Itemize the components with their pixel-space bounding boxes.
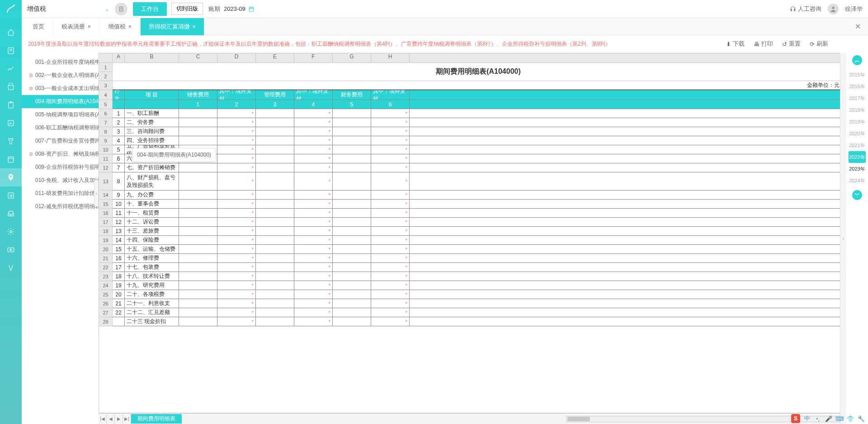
row-header-24[interactable]: 24 (99, 281, 113, 290)
nav-v-icon[interactable] (0, 259, 22, 277)
data-cell[interactable]: * (294, 308, 333, 317)
data-cell[interactable]: * (371, 245, 410, 253)
data-cell[interactable]: * (371, 209, 410, 217)
data-cell[interactable] (256, 163, 294, 172)
year-2019年[interactable]: 2019年 (849, 116, 866, 128)
row-header-9[interactable]: 9 (99, 136, 113, 145)
data-cell[interactable]: * (217, 163, 256, 172)
data-cell[interactable] (256, 127, 294, 136)
data-cell[interactable] (333, 245, 371, 253)
data-cell[interactable]: * (371, 263, 410, 272)
year-2023年[interactable]: 2023年 (849, 163, 866, 175)
data-cell[interactable]: * (294, 254, 333, 262)
ime-punct-icon[interactable]: •, (814, 414, 822, 423)
data-cell[interactable] (179, 118, 217, 127)
data-cell[interactable] (333, 218, 371, 226)
col-header-C[interactable]: C (179, 53, 217, 62)
data-cell[interactable]: * (217, 127, 256, 136)
form-item-8[interactable]: 009-企业所得税弥补亏损明... (22, 161, 99, 174)
data-cell[interactable]: * (294, 290, 333, 299)
nav-report-icon[interactable] (0, 114, 22, 132)
col-header-F[interactable]: F (294, 53, 333, 62)
row-header-11[interactable]: 11 (99, 154, 113, 163)
data-cell[interactable]: * (371, 236, 410, 244)
data-cell[interactable] (179, 172, 217, 190)
row-header-17[interactable]: 17 (99, 218, 113, 227)
data-cell[interactable] (256, 317, 294, 326)
data-cell[interactable] (256, 227, 294, 235)
data-cell[interactable]: * (217, 136, 256, 145)
data-cell[interactable]: * (294, 281, 333, 290)
data-cell[interactable]: * (371, 118, 410, 127)
row-header-1[interactable]: 1 (99, 63, 113, 72)
data-cell[interactable] (256, 272, 294, 281)
data-cell[interactable] (333, 109, 371, 118)
row-header-12[interactable]: 12 (99, 163, 113, 172)
data-cell[interactable] (333, 200, 371, 208)
workbench-button[interactable]: 工作台 (133, 2, 167, 16)
data-cell[interactable] (333, 299, 371, 308)
data-cell[interactable]: * (371, 227, 410, 235)
data-cell[interactable]: * (217, 209, 256, 217)
row-header-4[interactable]: 4 (99, 90, 113, 100)
data-cell[interactable]: * (371, 163, 410, 172)
data-cell[interactable]: * (294, 163, 333, 172)
data-cell[interactable]: * (371, 272, 410, 281)
nav-tax-icon[interactable] (0, 168, 22, 186)
data-cell[interactable]: * (371, 308, 410, 317)
data-cell[interactable] (256, 200, 294, 208)
data-cell[interactable] (179, 163, 217, 172)
year-scroll-up-button[interactable]: ︽ (852, 55, 862, 65)
year-2016年[interactable]: 2016年 (849, 81, 866, 92)
data-cell[interactable]: * (294, 236, 333, 244)
tab-0[interactable]: 首页 (24, 18, 52, 35)
data-cell[interactable] (333, 272, 371, 281)
data-cell[interactable] (333, 172, 371, 190)
form-item-0[interactable]: 001-企业所得税年度纳税申... (22, 56, 99, 69)
col-header-E[interactable]: E (256, 53, 294, 62)
data-cell[interactable] (179, 200, 217, 208)
data-cell[interactable]: * (371, 145, 410, 154)
reset-button[interactable]: ↺重置 (782, 40, 801, 48)
data-cell[interactable] (256, 290, 294, 299)
year-2020年[interactable]: 2020年 (849, 128, 866, 139)
nav-home-icon[interactable] (0, 24, 22, 42)
calendar-icon[interactable] (248, 6, 255, 12)
data-cell[interactable] (256, 281, 294, 290)
data-cell[interactable] (333, 136, 371, 145)
data-cell[interactable]: * (294, 317, 333, 326)
data-cell[interactable] (179, 290, 217, 299)
nav-shirt-icon[interactable] (0, 132, 22, 150)
nav-doc-icon[interactable] (0, 42, 22, 60)
data-cell[interactable]: * (294, 218, 333, 226)
doc-circle-button[interactable] (115, 3, 127, 15)
data-cell[interactable]: * (371, 218, 410, 226)
data-cell[interactable]: * (371, 191, 410, 199)
data-cell[interactable]: * (217, 290, 256, 299)
switch-old-button[interactable]: 切到旧版 (171, 3, 203, 15)
sheet-last-button[interactable]: ▶| (123, 414, 131, 424)
data-cell[interactable] (179, 127, 217, 136)
row-header-28[interactable]: 28 (99, 317, 113, 326)
data-cell[interactable]: * (294, 154, 333, 163)
row-header-16[interactable]: 16 (99, 209, 113, 218)
data-cell[interactable]: * (217, 254, 256, 262)
data-cell[interactable]: * (371, 136, 410, 145)
data-cell[interactable]: * (371, 299, 410, 308)
data-cell[interactable]: * (371, 290, 410, 299)
ime-badge[interactable]: S (791, 414, 800, 423)
support-link[interactable]: 人工咨询 (790, 5, 821, 13)
data-cell[interactable] (333, 154, 371, 163)
data-cell[interactable] (256, 172, 294, 190)
data-cell[interactable]: * (217, 218, 256, 226)
data-cell[interactable] (333, 317, 371, 326)
row-header-15[interactable]: 15 (99, 200, 113, 209)
data-cell[interactable] (256, 145, 294, 154)
context-dropdown-label[interactable]: 增值税 (27, 5, 46, 13)
data-cell[interactable]: * (371, 109, 410, 118)
data-cell[interactable] (256, 263, 294, 272)
data-cell[interactable] (333, 227, 371, 235)
close-all-tabs-icon[interactable]: ✕ (853, 20, 863, 33)
user-avatar[interactable] (828, 4, 839, 14)
data-cell[interactable]: * (371, 281, 410, 290)
